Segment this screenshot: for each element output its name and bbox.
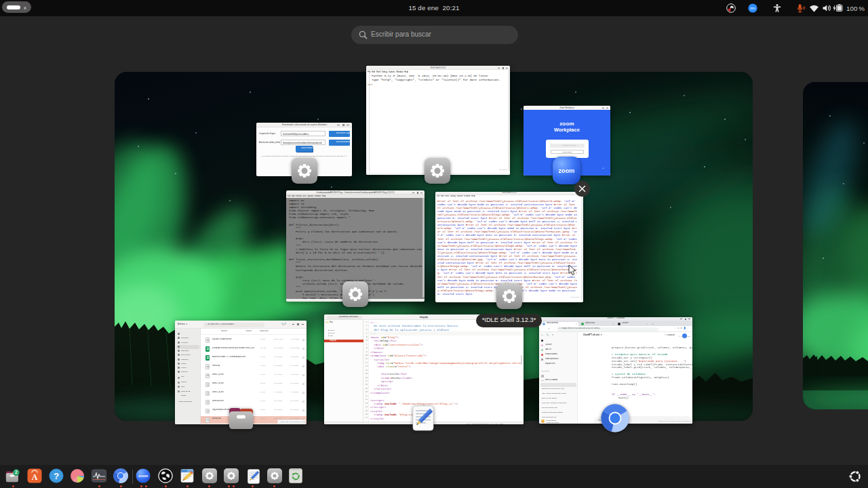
svg-text:A: A <box>31 472 37 482</box>
svg-text:zm: zm <box>750 6 755 10</box>
svg-text:2: 2 <box>15 470 18 474</box>
svg-text:zoom: zoom <box>138 474 148 478</box>
svg-text:?: ? <box>53 471 58 481</box>
